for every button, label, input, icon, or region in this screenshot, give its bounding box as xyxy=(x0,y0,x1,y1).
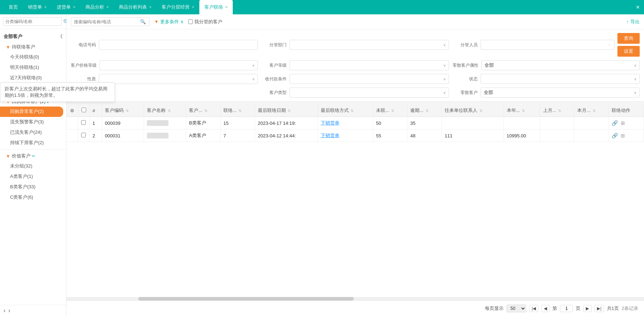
sidebar-left-arrow[interactable]: ‹ xyxy=(4,307,5,314)
row1-contact-person xyxy=(442,117,504,129)
sidebar-item-tomorrow[interactable]: 明天待联络(1) xyxy=(0,62,66,73)
main-search-input[interactable] xyxy=(74,19,139,24)
row1-contact-count: 15 xyxy=(221,117,255,129)
nav-close-product-analysis[interactable]: × xyxy=(106,5,109,10)
close-all-tabs[interactable]: × xyxy=(636,4,640,11)
col-last-month: 上月... ⇅ xyxy=(540,104,574,117)
row2-code: 000031 xyxy=(102,129,144,142)
per-page-label: 每页显示 xyxy=(485,305,504,312)
row1-overdue: 35 xyxy=(407,117,442,129)
row1-last-method: 下销货单 xyxy=(318,117,373,129)
person-select[interactable]: ··· xyxy=(481,40,615,50)
filter-person-row: 分管人员 ··· 查询 设置 xyxy=(453,33,640,57)
total-records-label: 2条记录 xyxy=(622,305,638,312)
row2-link-icon[interactable]: 🔗 xyxy=(612,133,618,138)
price-level-select[interactable]: ∨ xyxy=(99,60,258,70)
row2-last-month xyxy=(540,129,574,142)
main-search-wrap: 🔍 xyxy=(71,17,150,26)
phone-input[interactable] xyxy=(99,40,258,50)
row2-this-month xyxy=(574,129,609,142)
row1-grid-icon[interactable]: ⊞ xyxy=(621,120,625,126)
nav-item-product-analysis-list[interactable]: 商品分析列表 × xyxy=(114,0,157,14)
last-page-btn[interactable]: ▶| xyxy=(594,305,604,312)
sidebar-item-declining[interactable]: 持续下滑客户(2) xyxy=(0,138,66,148)
more-filter-button[interactable]: ▼ 更多条件 ∧ xyxy=(154,19,184,25)
sidebar-item-churned[interactable]: 已流失客户(24) xyxy=(0,127,66,138)
prev-page-btn[interactable]: ◀ xyxy=(541,305,550,312)
customer-type-select[interactable]: ∨ xyxy=(289,88,449,98)
value-edit-icon[interactable]: ✏ xyxy=(32,154,35,159)
row2-check[interactable] xyxy=(81,133,86,137)
payment-select[interactable]: ∨ xyxy=(289,74,449,84)
filter-icon: ▼ xyxy=(154,19,159,24)
nav-close-customer-segmentation[interactable]: × xyxy=(192,5,194,10)
nav-close-sales[interactable]: × xyxy=(44,5,47,10)
content-area: 🔍 ▼ 更多条件 ∧ 我分管的客户 ↑ 导出 电话号码 xyxy=(66,14,644,316)
status-label: 状态 xyxy=(453,76,478,82)
row1-last-month xyxy=(540,117,574,129)
row2-level: A类客户 xyxy=(186,129,221,142)
horizontal-scrollbar[interactable] xyxy=(66,297,644,301)
first-page-btn[interactable]: |◀ xyxy=(529,305,538,312)
sidebar-item-b-class[interactable]: B类客户(33) xyxy=(0,182,66,192)
nav-item-customer-segmentation[interactable]: 客户分层经营 × xyxy=(157,0,199,14)
nav-close-product-analysis-list[interactable]: × xyxy=(149,5,152,10)
sidebar-item-repurchase-abnormal[interactable]: 回购异常客户(2) xyxy=(0,107,63,117)
sidebar-content: 全部客户 《 ▼ 待联络客户 今天待联络(0) 明天待联络(1) 近7天待联络(… xyxy=(0,29,66,305)
my-customer-checkbox[interactable] xyxy=(188,19,193,24)
col-settings[interactable]: ⚙ xyxy=(66,104,78,117)
customer-level-select[interactable]: ∨ xyxy=(289,60,449,70)
nav-item-purchase[interactable]: 进货单 × xyxy=(52,0,80,14)
page-number-input[interactable] xyxy=(560,305,573,312)
query-button[interactable]: 查询 xyxy=(617,33,640,44)
retail-attr-label: 零散客户属性 xyxy=(453,62,478,69)
retail-attr-select[interactable]: 全部∨ xyxy=(481,60,640,70)
sidebar-collapse-icon[interactable]: 《 xyxy=(58,33,62,40)
nav-item-home[interactable]: 首页 xyxy=(4,0,23,14)
row2-last-method: 下销货单 xyxy=(318,129,373,142)
export-button[interactable]: ↑ 导出 xyxy=(627,19,640,25)
row1-link-icon[interactable]: 🔗 xyxy=(612,120,618,126)
sidebar-item-7days[interactable]: 近7天待联络(0) xyxy=(0,73,66,83)
gender-select[interactable]: ∨ xyxy=(99,74,258,84)
scrollbar-thumb[interactable] xyxy=(138,297,354,301)
main-search-icon[interactable]: 🔍 xyxy=(140,19,146,24)
sidebar-search-input[interactable] xyxy=(3,17,62,26)
page-size-select[interactable]: 50 20 100 xyxy=(506,305,526,312)
export-icon: ↑ xyxy=(627,19,629,24)
row1-this-year xyxy=(504,117,540,129)
sidebar-item-today[interactable]: 今天待联络(0) xyxy=(0,52,66,62)
dept-select[interactable]: ∨ xyxy=(289,40,449,50)
sidebar-item-churn-warning[interactable]: 流失预警客户(3) xyxy=(0,117,66,127)
col-contact-count: 联络... ⇅ xyxy=(221,104,255,117)
sidebar-right-arrow[interactable]: › xyxy=(8,307,10,314)
nav-close-customer-contact[interactable]: × xyxy=(225,5,228,10)
next-page-btn[interactable]: ▶ xyxy=(583,305,592,312)
nav-close-purchase[interactable]: × xyxy=(73,5,75,10)
col-name: 客户名称 ⇅ xyxy=(144,104,186,117)
nav-item-product-analysis[interactable]: 商品分析 × xyxy=(80,0,114,14)
sidebar-section-pending[interactable]: ▼ 待联络客户 xyxy=(0,42,66,52)
retail-customer-select[interactable]: 全部∨ xyxy=(481,88,640,98)
row1-not-contacted: 50 xyxy=(373,117,407,129)
sidebar-section-value[interactable]: ▼ 价值客户 ✏ xyxy=(0,151,66,161)
col-this-month: 本月... ⇅ xyxy=(574,104,609,117)
sidebar-item-c-class[interactable]: C类客户(6) xyxy=(0,192,66,203)
col-this-year: 本年... ⇅ xyxy=(504,104,540,117)
row2-grid-icon[interactable]: ⊞ xyxy=(621,133,625,138)
row1-check[interactable] xyxy=(81,120,86,125)
row1-last-date: 2023-04-17 14:19: xyxy=(255,117,318,129)
status-select[interactable]: ∨ xyxy=(481,74,640,84)
nav-item-sales[interactable]: 销货单 × xyxy=(23,0,52,14)
payment-label: 收付款条件 xyxy=(261,76,287,82)
filter-price-level: 客户价格等级 ∨ xyxy=(71,60,258,70)
filter-retail-attr: 零散客户属性 全部∨ xyxy=(453,60,640,70)
select-all-checkbox[interactable] xyxy=(82,108,86,112)
sidebar-item-unclassified[interactable]: 未分组(32) xyxy=(0,161,66,171)
sidebar-item-a-class[interactable]: A类客户(1) xyxy=(0,171,66,182)
toolbar-right: ↑ 导出 xyxy=(627,19,640,25)
nav-item-customer-contact[interactable]: 客户联络 × xyxy=(199,0,233,14)
sidebar-divider-2 xyxy=(0,149,66,150)
row1-action-icons: 🔗 ⊞ xyxy=(612,120,641,126)
settings-button[interactable]: 设置 xyxy=(617,46,640,57)
